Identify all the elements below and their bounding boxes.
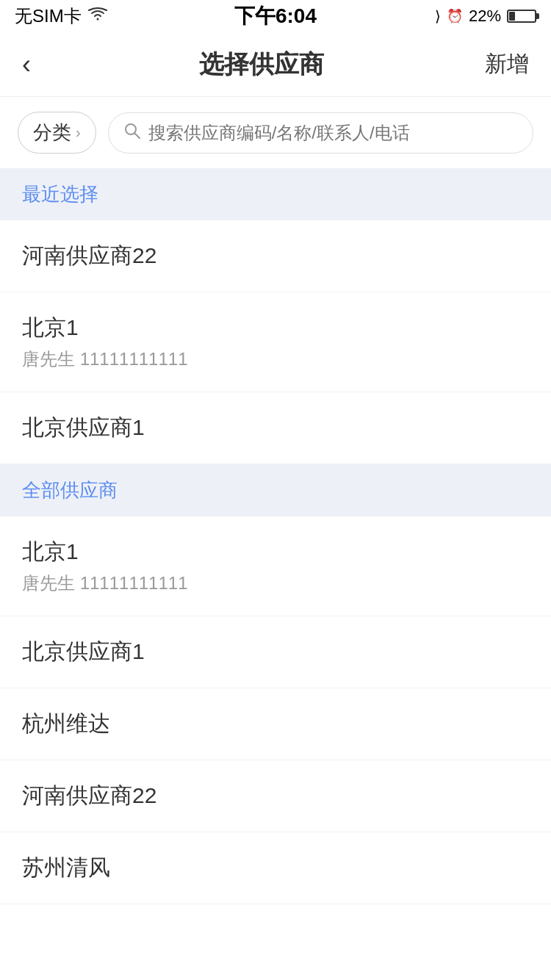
item-name: 河南供应商22 [22, 241, 529, 271]
all-section-header: 全部供应商 [0, 464, 551, 516]
status-bar: 无SIM卡 下午6:04 ⟩ ⏰ 22% [0, 0, 551, 32]
battery-percent: 22% [469, 7, 501, 26]
page-title: 选择供应商 [199, 48, 324, 82]
battery-icon [507, 10, 536, 23]
search-input[interactable] [148, 123, 518, 143]
recent-section-header: 最近选择 [0, 168, 551, 220]
recent-list: 河南供应商22北京1唐先生 11111111111北京供应商1 [0, 220, 551, 464]
carrier-text: 无SIM卡 [15, 4, 82, 28]
item-name: 杭州维达 [22, 709, 529, 739]
list-item[interactable]: 苏州清风 [0, 832, 551, 904]
item-name: 北京供应商1 [22, 637, 529, 667]
alarm-icon: ⏰ [447, 8, 463, 24]
back-button[interactable]: ‹ [15, 42, 38, 87]
status-right: ⟩ ⏰ 22% [435, 7, 536, 26]
item-name: 河南供应商22 [22, 781, 529, 811]
item-name: 苏州清风 [22, 853, 529, 883]
list-item[interactable]: 北京供应商1 [0, 616, 551, 688]
category-label: 分类 [33, 120, 71, 145]
all-list: 北京1唐先生 11111111111北京供应商1杭州维达河南供应商22苏州清风 [0, 516, 551, 904]
wifi-icon [87, 6, 108, 26]
chevron-right-icon: › [76, 124, 81, 141]
nav-bar: ‹ 选择供应商 新增 [0, 32, 551, 97]
item-sub: 唐先生 11111111111 [22, 572, 529, 595]
category-button[interactable]: 分类 › [18, 112, 96, 154]
item-name: 北京1 [22, 313, 529, 343]
add-button[interactable]: 新增 [485, 49, 529, 79]
list-item[interactable]: 北京1唐先生 11111111111 [0, 516, 551, 616]
list-item[interactable]: 河南供应商22 [0, 220, 551, 292]
location-icon: ⟩ [435, 7, 441, 25]
list-item[interactable]: 河南供应商22 [0, 760, 551, 832]
list-item[interactable]: 北京1唐先生 11111111111 [0, 292, 551, 392]
item-name: 北京供应商1 [22, 413, 529, 443]
search-box[interactable] [108, 112, 533, 154]
status-time: 下午6:04 [234, 2, 317, 30]
search-icon [123, 122, 141, 144]
filter-bar: 分类 › [0, 97, 551, 168]
list-item[interactable]: 北京供应商1 [0, 392, 551, 464]
svg-line-1 [134, 133, 140, 138]
list-item[interactable]: 杭州维达 [0, 688, 551, 760]
status-left: 无SIM卡 [15, 4, 108, 28]
item-sub: 唐先生 11111111111 [22, 347, 529, 371]
item-name: 北京1 [22, 537, 529, 567]
